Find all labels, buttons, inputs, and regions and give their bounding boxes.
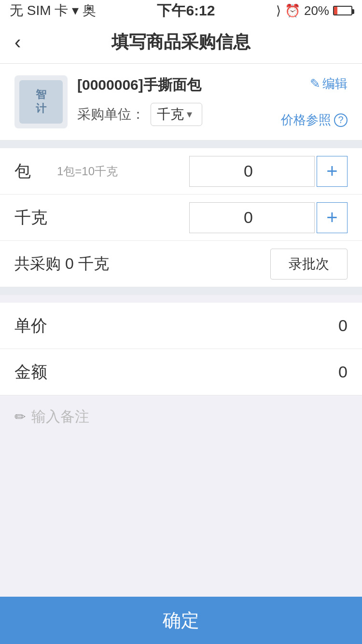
- location-icon: ⟩: [276, 3, 281, 18]
- bottom-spacer: [0, 438, 362, 597]
- product-unit-row: 采购单位： 千克 ▾: [77, 103, 271, 126]
- batch-button[interactable]: 录批次: [270, 249, 348, 280]
- package-plus-button[interactable]: +: [317, 156, 348, 187]
- summary-row: 共采购 0 千克 录批次: [0, 241, 362, 287]
- product-name: [0000006]手撕面包: [77, 75, 271, 95]
- amount-label: 金额: [14, 361, 47, 383]
- battery-icon: [333, 6, 352, 15]
- unit-dropdown[interactable]: 千克 ▾: [151, 103, 202, 126]
- edit-label: 编辑: [322, 75, 348, 92]
- amount-value: 0: [338, 363, 348, 381]
- product-thumb-inner: 智 计: [19, 80, 63, 124]
- package-sub-label: 1包=10千克: [57, 164, 118, 179]
- battery-percent: 20%: [304, 3, 329, 18]
- amount-row: 金额 0: [0, 349, 362, 395]
- product-thumbnail: 智 计: [14, 75, 68, 128]
- section-divider-2: [0, 287, 362, 295]
- pencil-icon: ✏: [14, 409, 26, 425]
- remark-section[interactable]: ✏ 输入备注: [0, 395, 362, 438]
- summary-text: 共采购 0 千克: [14, 253, 109, 275]
- edit-icon: ✎: [310, 76, 320, 91]
- remark-placeholder: 输入备注: [31, 407, 89, 427]
- package-label: 包: [14, 160, 53, 182]
- kg-label: 千克: [14, 207, 53, 229]
- product-info: [0000006]手撕面包 采购单位： 千克 ▾: [77, 75, 271, 126]
- back-button[interactable]: ‹: [10, 27, 26, 58]
- unit-value: 千克: [157, 105, 184, 124]
- unit-price-label: 单价: [14, 315, 47, 337]
- package-quantity-input[interactable]: [189, 156, 315, 187]
- price-ref-icon: ?: [334, 113, 348, 127]
- nav-bar: ‹ 填写商品采购信息: [0, 21, 362, 64]
- section-divider-1: [0, 140, 362, 148]
- status-time: 下午6:12: [157, 1, 215, 21]
- edit-button[interactable]: ✎ 编辑: [310, 75, 348, 92]
- confirm-button[interactable]: 确定: [0, 597, 362, 644]
- dropdown-arrow-icon: ▾: [187, 108, 192, 121]
- unit-price-value: 0: [338, 316, 348, 335]
- page-title: 填写商品采购信息: [111, 30, 251, 54]
- purchase-unit-label: 采购单位：: [77, 105, 145, 124]
- sim-label: 无 SIM 卡 ▾ 奥: [10, 1, 96, 20]
- product-card: 智 计 [0000006]手撕面包 采购单位： 千克 ▾ ✎ 编辑 价格参照 ?: [0, 64, 362, 140]
- input-section: 包 1包=10千克 + 千克 +: [0, 148, 362, 241]
- package-input-row: 包 1包=10千克 +: [0, 148, 362, 195]
- status-left: 无 SIM 卡 ▾ 奥: [10, 1, 96, 20]
- alarm-icon: ⏰: [285, 3, 300, 18]
- status-right: ⟩ ⏰ 20%: [276, 3, 352, 18]
- unit-price-row: 单价 0: [0, 303, 362, 349]
- status-bar: 无 SIM 卡 ▾ 奥 下午6:12 ⟩ ⏰ 20%: [0, 0, 362, 21]
- kg-input-row: 千克 +: [0, 195, 362, 241]
- info-section: 单价 0 金额 0: [0, 303, 362, 395]
- kg-plus-button[interactable]: +: [317, 202, 348, 233]
- product-card-right: ✎ 编辑 价格参照 ?: [281, 75, 348, 128]
- kg-quantity-input[interactable]: [189, 202, 315, 233]
- price-ref-label: 价格参照: [281, 112, 331, 128]
- price-ref-button[interactable]: 价格参照 ?: [281, 112, 348, 128]
